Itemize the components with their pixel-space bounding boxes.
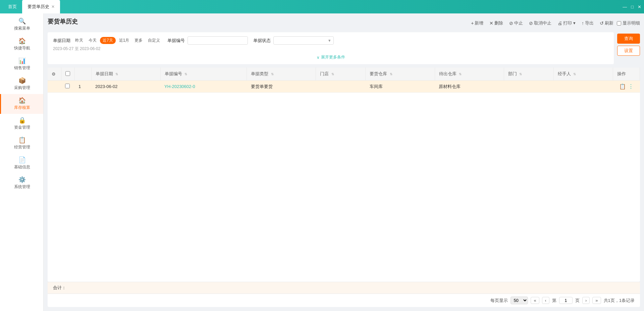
expand-btn-label: 展开更多条件 [321, 54, 345, 60]
table-header: ⚙ 单据日期 ⇅ 单据编号 ⇅ [48, 68, 640, 81]
cancel-stop-label: 取消中止 [534, 20, 551, 26]
tab-home[interactable]: 首页 [3, 0, 22, 13]
tab-requisition-label: 要货单历史 [28, 4, 49, 10]
sidebar-item-finance-label: 资金管理 [14, 125, 30, 130]
expand-more-button[interactable]: ∨ 展开更多条件 [317, 54, 345, 60]
td-doc-date: 2023-06-02 [91, 81, 160, 93]
page-number-input[interactable] [559, 297, 573, 304]
last-page-button[interactable]: » [592, 297, 601, 304]
docno-label: 单据编号 [167, 38, 185, 44]
tab-requisition-history[interactable]: 要货单历史 ✕ [22, 0, 60, 13]
date-btn-7days[interactable]: 近7天 [100, 37, 116, 44]
page-title: 要货单历史 [48, 17, 78, 26]
date-btn-more[interactable]: 更多 [132, 37, 145, 44]
sidebar-item-inventory[interactable]: 🏠 库存核算 [0, 94, 43, 114]
sidebar-item-purchase-label: 采购管理 [14, 85, 30, 91]
cancel-stop-icon: ⊘ [529, 20, 533, 26]
docno-filter-group: 单据编号 [167, 36, 248, 45]
sidebar-item-search-menu[interactable]: 🔍 搜索菜单 [0, 15, 43, 35]
sidebar-item-basicinfo-label: 基础信息 [14, 164, 30, 170]
td-handler [553, 81, 613, 93]
row-checkbox[interactable] [65, 84, 70, 88]
sidebar-item-quick-nav[interactable]: 🏠 快捷导航 [0, 35, 43, 54]
query-button[interactable]: 查询 [617, 34, 640, 44]
display-detail-label: 显示明细 [617, 20, 640, 26]
sort-icon-doctype: ⇅ [271, 72, 274, 76]
td-row-actions: 📋 ⋮ [613, 81, 640, 93]
maximize-icon[interactable]: □ [631, 4, 634, 9]
sidebar-item-inventory-label: 库存核算 [14, 105, 30, 110]
sidebar-item-sales[interactable]: 📊 销售管理 [0, 54, 43, 74]
print-button[interactable]: 🖨 打印 ▾ [555, 18, 578, 28]
status-label: 单据状态 [253, 38, 271, 44]
total-info: 共1页，1条记录 [604, 298, 635, 304]
td-pending-warehouse: 原材料仓库 [435, 81, 504, 93]
th-checkbox [61, 68, 74, 81]
date-btn-today[interactable]: 今天 [87, 37, 99, 44]
stop-button[interactable]: ⊘ 中止 [506, 18, 526, 28]
th-department[interactable]: 部门 ⇅ [504, 68, 553, 81]
date-btn-1month[interactable]: 近1月 [117, 37, 131, 44]
select-all-checkbox[interactable] [65, 71, 70, 76]
th-doc-no[interactable]: 单据编号 ⇅ [160, 68, 247, 81]
next-page-button[interactable]: › [582, 297, 590, 304]
table-body: 1 2023-06-02 YH-20230602-0 要货单要货 [48, 81, 640, 93]
date-filter-group: 单据日期 昨天 今天 近7天 近1月 更多 自定义 [53, 37, 162, 44]
sidebar-item-basic-info[interactable]: 📄 基础信息 [0, 153, 43, 173]
date-filter-buttons: 昨天 今天 近7天 近1月 更多 自定义 [73, 37, 162, 44]
th-pending-warehouse[interactable]: 待出仓库 ⇅ [435, 68, 504, 81]
date-btn-yesterday[interactable]: 昨天 [73, 37, 85, 44]
th-store[interactable]: 门店 ⇅ [316, 68, 366, 81]
td-settings [48, 81, 61, 93]
page-size-label: 每页显示 [490, 298, 508, 304]
date-btn-custom[interactable]: 自定义 [146, 37, 162, 44]
table-row: 1 2023-06-02 YH-20230602-0 要货单要货 [48, 81, 640, 93]
filter-section: 单据日期 昨天 今天 近7天 近1月 更多 自定义 单据编号 [48, 32, 640, 64]
stop-icon: ⊘ [509, 20, 513, 26]
sort-icon-dept: ⇅ [519, 72, 522, 76]
status-select[interactable]: 已审核 未审核 已中止 [274, 37, 333, 44]
sidebar-item-finance[interactable]: 🔒 资金管理 [0, 114, 43, 134]
sort-icon-reqwh: ⇅ [390, 72, 392, 76]
sys-mgmt-icon: ⚙️ [18, 177, 26, 183]
th-settings[interactable]: ⚙ [48, 68, 61, 81]
page-jump-label: 第 [552, 298, 556, 304]
th-doc-date[interactable]: 单据日期 ⇅ [91, 68, 160, 81]
doc-no-link[interactable]: YH-20230602-0 [164, 84, 195, 89]
filter-panel: 单据日期 昨天 今天 近7天 近1月 更多 自定义 单据编号 [48, 32, 614, 64]
new-button[interactable]: + 新增 [468, 18, 486, 28]
refresh-button[interactable]: ↺ 刷新 [597, 18, 616, 28]
inventory-icon: 🏠 [18, 97, 26, 103]
tab-home-label: 首页 [8, 4, 17, 10]
first-page-button[interactable]: « [531, 297, 539, 304]
th-req-warehouse[interactable]: 要货仓库 ⇅ [366, 68, 435, 81]
row-edit-icon[interactable]: 📋 [619, 84, 626, 89]
sidebar-item-ops-label: 经营管理 [14, 144, 30, 150]
date-range-text: 2023-05-27 至 2023-06-02 [53, 46, 100, 51]
docno-input[interactable] [187, 36, 248, 45]
th-handler[interactable]: 经手人 ⇅ [553, 68, 613, 81]
delete-button[interactable]: ✕ 删除 [487, 18, 506, 28]
prev-page-button[interactable]: ‹ [542, 297, 549, 304]
sidebar-item-quicknav-label: 快捷导航 [14, 45, 30, 51]
th-doc-type[interactable]: 单据类型 ⇅ [247, 68, 316, 81]
finance-icon: 🔒 [18, 117, 26, 123]
close-icon[interactable]: ✕ [638, 4, 641, 9]
cancel-stop-button[interactable]: ⊘ 取消中止 [526, 18, 554, 28]
setting-button[interactable]: 设置 [617, 46, 640, 56]
sidebar-item-purchase[interactable]: 📦 采购管理 [0, 74, 43, 94]
sidebar-item-ops[interactable]: 📋 经营管理 [0, 134, 43, 153]
export-icon: ↑ [582, 20, 584, 26]
sidebar-item-sys-mgmt[interactable]: ⚙️ 系统管理 [0, 173, 43, 193]
td-checkbox [61, 81, 74, 93]
td-doc-no: YH-20230602-0 [160, 81, 247, 93]
row-more-icon[interactable]: ⋮ [628, 84, 634, 89]
display-detail-text: 显示明细 [623, 20, 640, 26]
display-detail-checkbox[interactable] [617, 21, 621, 26]
page-size-select[interactable]: 20 50 100 200 [511, 297, 528, 304]
delete-label: 删除 [494, 20, 503, 26]
tab-close-icon[interactable]: ✕ [51, 4, 55, 9]
minimize-icon[interactable]: — [623, 4, 627, 9]
export-button[interactable]: ↑ 导出 [579, 18, 596, 28]
sort-icon-date: ⇅ [115, 72, 118, 76]
